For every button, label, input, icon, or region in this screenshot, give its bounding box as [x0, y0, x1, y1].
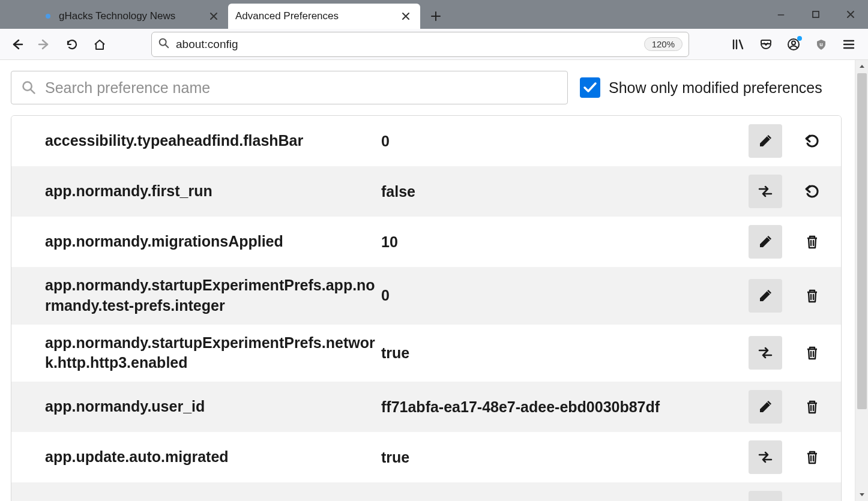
reset-button[interactable] — [795, 175, 829, 208]
pref-row: app.normandy.user_idff71abfa-ea17-48e7-a… — [11, 382, 841, 432]
edit-button[interactable] — [749, 225, 782, 259]
url-bar[interactable]: about:config 120% — [151, 32, 689, 57]
pref-search-input[interactable] — [45, 79, 558, 97]
pref-row: accessibility.typeaheadfind.flashBar0 — [11, 116, 841, 166]
pref-actions — [749, 175, 829, 208]
pref-name: app.normandy.first_run — [45, 181, 381, 202]
tab-advanced-prefs[interactable]: Advanced Preferences — [228, 4, 420, 29]
edit-button[interactable] — [749, 390, 782, 424]
search-icon — [21, 80, 37, 95]
pref-row: app.update.auto.migratedtrue — [11, 432, 841, 482]
pref-actions — [749, 390, 829, 424]
show-modified-checkbox[interactable] — [580, 77, 600, 98]
pref-search-box[interactable] — [11, 71, 568, 104]
pref-value: true — [381, 449, 749, 466]
nav-reload-button[interactable] — [61, 34, 83, 55]
pref-table: accessibility.typeaheadfind.flashBar0app… — [11, 115, 842, 501]
pref-actions — [749, 225, 829, 259]
pref-name: app.normandy.startupExperimentPrefs.netw… — [45, 333, 381, 374]
tab-ghacks[interactable]: gHacks Technology News — [36, 4, 228, 29]
edit-button[interactable] — [749, 279, 782, 313]
toggle-button[interactable] — [749, 336, 782, 370]
delete-button[interactable] — [795, 440, 829, 474]
nav-back-button[interactable] — [6, 34, 28, 55]
pref-value: 0 — [381, 499, 749, 502]
pref-name: app.normandy.user_id — [45, 397, 381, 417]
pref-name: app.update.download.attempts — [45, 497, 381, 501]
window-maximize-button[interactable] — [798, 0, 833, 29]
pref-row: app.normandy.migrationsApplied10 — [11, 217, 841, 267]
pref-value: true — [381, 344, 749, 362]
pref-value: 0 — [381, 287, 749, 304]
pref-value: ff71abfa-ea17-48e7-adee-ebd0030b87df — [381, 398, 749, 416]
navbar: about:config 120% — [0, 29, 868, 60]
toggle-button[interactable] — [749, 440, 782, 474]
favicon-dot-icon — [46, 14, 50, 19]
pref-name: app.normandy.startupExperimentPrefs.app.… — [45, 275, 381, 316]
reset-button[interactable] — [795, 124, 829, 158]
url-text: about:config — [176, 38, 638, 51]
library-button[interactable] — [728, 34, 749, 55]
content-area: Show only modified preferences accessibi… — [0, 60, 868, 501]
pref-value: false — [381, 183, 749, 200]
pref-name: accessibility.typeaheadfind.flashBar — [45, 131, 381, 151]
vertical-scrollbar[interactable] — [855, 60, 868, 501]
ublock-button[interactable] — [810, 34, 832, 55]
tab-title: gHacks Technology News — [59, 10, 200, 22]
pref-value: 0 — [381, 133, 749, 150]
scroll-down-button[interactable] — [855, 488, 868, 501]
delete-button[interactable] — [795, 390, 829, 424]
show-modified-label: Show only modified preferences — [609, 79, 822, 97]
app-menu-button[interactable] — [838, 34, 860, 55]
tab-close-button[interactable] — [206, 9, 221, 23]
scrollbar-thumb[interactable] — [857, 73, 867, 409]
pref-actions — [749, 124, 829, 158]
nav-forward-button[interactable] — [34, 34, 55, 55]
scroll-up-button[interactable] — [855, 60, 868, 73]
window-controls — [764, 0, 868, 29]
pref-value: 10 — [381, 233, 749, 251]
pref-row: app.update.download.attempts0 — [11, 482, 841, 501]
pref-name: app.normandy.migrationsApplied — [45, 232, 381, 252]
pref-name: app.update.auto.migrated — [45, 447, 381, 467]
toggle-button[interactable] — [749, 175, 782, 208]
pref-row: app.normandy.startupExperimentPrefs.netw… — [11, 325, 841, 382]
delete-button[interactable] — [795, 336, 829, 370]
edit-button[interactable] — [749, 124, 782, 158]
pref-actions — [749, 336, 829, 370]
window-minimize-button[interactable] — [764, 0, 798, 29]
notification-dot-icon — [797, 36, 802, 41]
new-tab-button[interactable] — [424, 4, 448, 28]
window-close-button[interactable] — [833, 0, 868, 29]
account-button[interactable] — [783, 34, 804, 55]
edit-button[interactable] — [749, 491, 782, 501]
titlebar: gHacks Technology News Advanced Preferen… — [0, 0, 868, 29]
nav-home-button[interactable] — [89, 34, 110, 55]
pref-row: app.normandy.startupExperimentPrefs.app.… — [11, 267, 841, 325]
tab-close-button[interactable] — [399, 9, 413, 23]
delete-button[interactable] — [795, 279, 829, 313]
delete-button[interactable] — [795, 225, 829, 259]
pref-actions — [749, 440, 829, 474]
zoom-badge[interactable]: 120% — [644, 37, 683, 51]
pref-actions — [749, 279, 829, 313]
pref-actions — [749, 491, 829, 501]
pref-row: app.normandy.first_runfalse — [11, 166, 841, 217]
search-icon — [158, 37, 170, 52]
pocket-button[interactable] — [755, 34, 777, 55]
delete-button[interactable] — [795, 491, 829, 501]
tab-title: Advanced Preferences — [235, 10, 393, 22]
